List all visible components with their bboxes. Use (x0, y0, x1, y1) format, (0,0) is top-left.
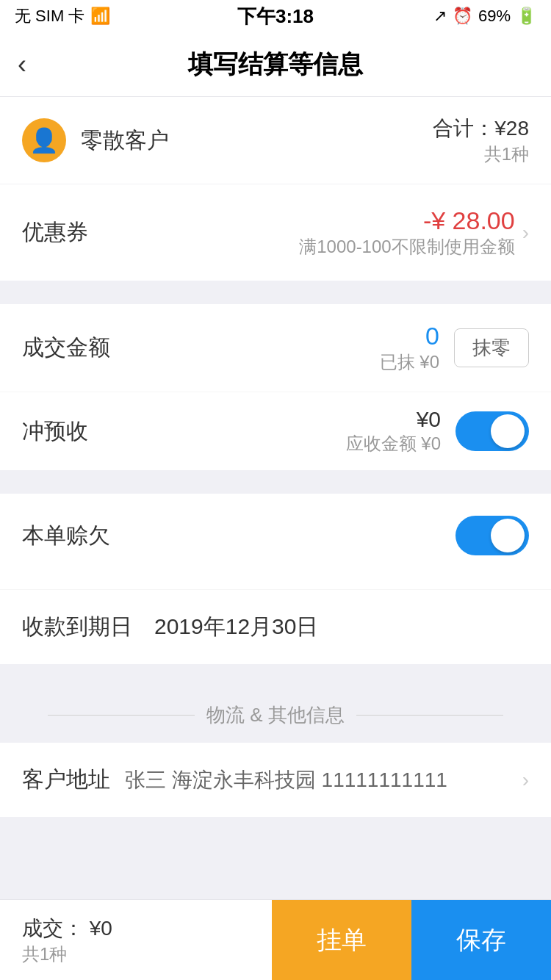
prepay-amounts: ¥0 应收金额 ¥0 (346, 407, 441, 455)
logistics-label-text: 物流 & 其他信息 (206, 702, 345, 728)
coupon-row[interactable]: 优惠券 -¥ 28.00 满1000-100不限制使用金额 › (0, 184, 551, 281)
customer-name: 零散客户 (81, 126, 169, 156)
bottom-summary-sub: 共1种 (22, 943, 250, 966)
deal-amount-label: 成交金额 (22, 333, 110, 363)
section-label-line-right (356, 715, 503, 716)
customer-info-left: 👤 零散客户 (22, 118, 169, 162)
coupon-label: 优惠券 (22, 217, 88, 248)
deal-amount-sub: 已抹 ¥0 (380, 350, 439, 374)
customer-section: 👤 零散客户 合计：¥28 共1种 优惠券 -¥ 28.00 满1000-100… (0, 97, 551, 281)
address-value: 张三 海淀永丰科技园 11111111111 (125, 766, 522, 794)
main-content: 👤 零散客户 合计：¥28 共1种 优惠券 -¥ 28.00 满1000-100… (0, 97, 551, 980)
credit-label: 本单赊欠 (22, 521, 110, 551)
prepay-amount-main: ¥0 (346, 407, 441, 432)
deal-amount-section: 成交金额 0 已抹 ¥0 抹零 冲预收 ¥0 应收金额 ¥0 (0, 304, 551, 470)
back-button[interactable]: ‹ (18, 49, 26, 80)
credit-row: 本单赊欠 (0, 494, 551, 577)
battery-text: 69% (478, 7, 511, 26)
coupon-desc: 满1000-100不限制使用金额 (299, 235, 514, 259)
section-divider-2 (0, 482, 551, 494)
no-sim-text: 无 SIM 卡 (15, 5, 84, 27)
alarm-icon: ⏰ (453, 7, 472, 26)
credit-toggle[interactable] (455, 516, 529, 555)
deal-amount-right: 0 已抹 ¥0 抹零 (380, 322, 529, 374)
customer-row: 👤 零散客户 合计：¥28 共1种 (0, 97, 551, 184)
status-right: ↗ ⏰ 69% 🔋 (433, 7, 536, 26)
deal-amount-values: 0 已抹 ¥0 (380, 322, 439, 374)
customer-info-right: 合计：¥28 共1种 (433, 115, 529, 166)
nav-bar: ‹ 填写结算等信息 (0, 32, 551, 97)
coupon-right: -¥ 28.00 满1000-100不限制使用金额 › (299, 206, 529, 259)
address-label: 客户地址 (22, 765, 110, 795)
address-chevron-icon: › (522, 768, 529, 792)
section-label-line-left (48, 715, 195, 716)
section-divider-3 (0, 676, 551, 688)
save-button[interactable]: 保存 (411, 900, 551, 981)
prepay-right: ¥0 应收金额 ¥0 (346, 407, 529, 455)
status-left: 无 SIM 卡 📶 (15, 5, 110, 27)
coupon-amount: -¥ 28.00 (299, 206, 514, 235)
credit-section: 本单赊欠 收款到期日 2019年12月30日 (0, 494, 551, 664)
battery-icon: 🔋 (516, 7, 536, 26)
page-title: 填写结算等信息 (188, 48, 363, 82)
logistics-section-label-bar: 物流 & 其他信息 (0, 688, 551, 743)
address-row[interactable]: 客户地址 张三 海淀永丰科技园 11111111111 › (0, 743, 551, 817)
section-label-lines: 物流 & 其他信息 (0, 702, 551, 728)
location-icon: ↗ (433, 7, 447, 26)
duedate-row: 收款到期日 2019年12月30日 (0, 589, 551, 664)
prepay-toggle[interactable] (455, 411, 529, 451)
address-section: 客户地址 张三 海淀永丰科技园 11111111111 › (0, 743, 551, 817)
deal-amount-row: 成交金额 0 已抹 ¥0 抹零 (0, 304, 551, 392)
wifi-icon: 📶 (90, 7, 110, 26)
bottom-summary: 成交： ¥0 共1种 (0, 915, 272, 966)
duedate-value: 2019年12月30日 (154, 612, 318, 642)
prepay-label: 冲预收 (22, 417, 88, 447)
chevron-right-icon: › (522, 221, 529, 245)
avatar-icon: 👤 (29, 126, 59, 154)
customer-count: 共1种 (433, 143, 529, 166)
hold-button[interactable]: 挂单 (272, 900, 411, 981)
duedate-label: 收款到期日 (22, 612, 132, 642)
section-divider-1 (0, 292, 551, 304)
customer-total: 合计：¥28 (433, 115, 529, 143)
round-zero-button[interactable]: 抹零 (454, 328, 529, 367)
prepay-amount-sub: 应收金额 ¥0 (346, 432, 441, 455)
customer-avatar: 👤 (22, 118, 66, 162)
coupon-info: -¥ 28.00 满1000-100不限制使用金额 (299, 206, 514, 259)
prepay-row: 冲预收 ¥0 应收金额 ¥0 (0, 392, 551, 470)
bottom-bar: 成交： ¥0 共1种 挂单 保存 (0, 899, 551, 980)
status-bar: 无 SIM 卡 📶 下午3:18 ↗ ⏰ 69% 🔋 (0, 0, 551, 32)
status-time: 下午3:18 (237, 4, 314, 29)
deal-amount-value: 0 (380, 322, 439, 350)
bottom-summary-main: 成交： ¥0 (22, 915, 250, 943)
